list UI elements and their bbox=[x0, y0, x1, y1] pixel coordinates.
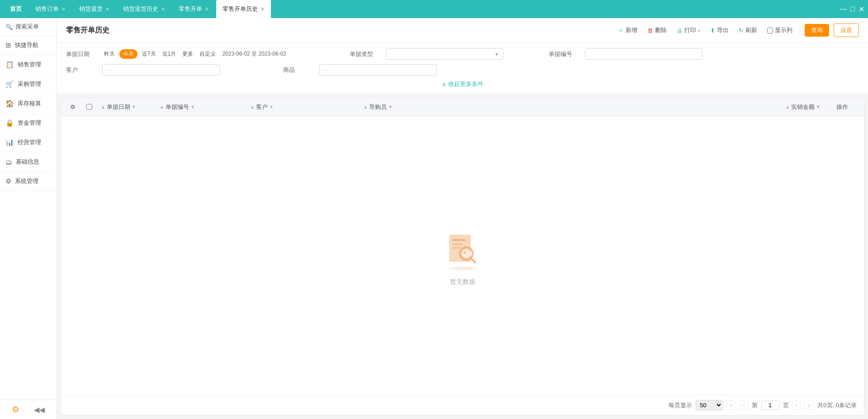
col-customer-label: 客户 bbox=[256, 103, 268, 111]
display-cols-label: 显示列 bbox=[775, 26, 792, 34]
add-button[interactable]: ＋ 新增 bbox=[615, 24, 640, 36]
sidebar-item-finance-label: 资金管理 bbox=[18, 119, 41, 127]
col-customer: ▲ 客户 ▼ bbox=[247, 99, 360, 115]
quick-nav-icon: ⊞ bbox=[5, 41, 11, 49]
last-page-button[interactable]: » bbox=[804, 400, 814, 410]
sidebar-item-quick-nav-label: 快捷导航 bbox=[15, 41, 38, 49]
main-layout: 🔍 搜索采单 ⊞ 快捷导航 📋 销售管理 🛒 采购管理 🏠 库存核算 🔒 资金管… bbox=[0, 18, 868, 419]
shortcut-more[interactable]: 更多 bbox=[180, 49, 195, 59]
tab-sales-order-label: 销售订单 bbox=[35, 5, 59, 13]
tab-home[interactable]: 首页 bbox=[4, 0, 28, 18]
product-filter-select[interactable]: ··· bbox=[319, 64, 437, 75]
sort-num-down-icon[interactable]: ▼ bbox=[190, 104, 195, 109]
pagination-bar: 每页显示 50 10 20 100 « ‹ 第 页 › » 共0页, 0条记录 bbox=[61, 395, 864, 415]
col-date-label: 单据日期 bbox=[107, 103, 130, 111]
next-page-button[interactable]: › bbox=[792, 400, 801, 410]
filter-bar: 单据日期 昨天 今天 近7天 近1月 更多 自定义 2023-06-02 至 2… bbox=[57, 43, 868, 94]
sidebar-item-inventory-label: 库存核算 bbox=[18, 99, 41, 108]
tab-sales-return-label: 销货退货 bbox=[79, 5, 103, 13]
sort-amount-down-icon[interactable]: ▼ bbox=[816, 104, 821, 109]
sort-num-up-icon[interactable]: ▲ bbox=[160, 104, 164, 109]
page-header: 零售开单历史 ＋ 新增 🗑 删除 🖨 打印 ▾ ⬆ 导出 bbox=[57, 18, 868, 43]
sort-cust-up-icon[interactable]: ▲ bbox=[250, 104, 255, 109]
tab-home-label: 首页 bbox=[10, 5, 22, 13]
sidebar-item-basic-info[interactable]: 🗂 基础信息 bbox=[0, 152, 57, 172]
tab-sales-return-history-close[interactable]: ✕ bbox=[161, 6, 165, 12]
collapse-bar[interactable]: ∧ 收起更多条件 bbox=[66, 80, 859, 88]
tab-sales-return-close[interactable]: ✕ bbox=[105, 6, 109, 12]
inventory-icon: 🏠 bbox=[5, 99, 14, 108]
export-icon: ⬆ bbox=[710, 27, 715, 34]
refresh-button[interactable]: ↻ 刷新 bbox=[736, 24, 760, 36]
window-controls: — □ ✕ bbox=[840, 5, 864, 14]
page-title: 零售开单历史 bbox=[66, 26, 109, 35]
sort-guide-up-icon[interactable]: ▲ bbox=[363, 104, 368, 109]
empty-text: 暂无数据 bbox=[450, 278, 475, 286]
sidebar-search[interactable]: 🔍 搜索采单 bbox=[0, 18, 57, 36]
display-cols-checkbox[interactable] bbox=[767, 28, 773, 33]
first-page-button[interactable]: « bbox=[726, 400, 736, 410]
sort-cust-down-icon[interactable]: ▼ bbox=[269, 104, 274, 109]
sidebar-settings-icon[interactable]: ⚙ bbox=[12, 405, 19, 414]
sort-down-icon[interactable]: ▼ bbox=[132, 104, 136, 109]
product-filter-dots: ··· bbox=[324, 66, 329, 73]
sidebar-item-sys-mgmt-label: 系统管理 bbox=[15, 177, 38, 185]
num-filter-input[interactable] bbox=[585, 48, 702, 60]
tab-retail-open-history-close[interactable]: ✕ bbox=[261, 6, 265, 12]
date-shortcuts: 昨天 今天 近7天 近1月 更多 自定义 2023-06-02 至 2023-0… bbox=[102, 49, 286, 59]
print-button[interactable]: 🖨 打印 ▾ bbox=[674, 24, 703, 36]
tab-sales-return[interactable]: 销货退货 ✕ bbox=[73, 0, 116, 18]
col-check[interactable] bbox=[81, 100, 97, 113]
date-filter-label: 单据日期 bbox=[66, 50, 93, 58]
customer-filter-select[interactable]: ··· bbox=[102, 64, 220, 75]
prev-page-button[interactable]: ‹ bbox=[740, 400, 748, 410]
tab-retail-open-history[interactable]: 零售开单历史 ✕ bbox=[216, 0, 271, 18]
shortcut-custom[interactable]: 自定义 bbox=[198, 49, 218, 59]
type-filter-select[interactable]: ▾ bbox=[386, 48, 503, 60]
per-page-select[interactable]: 50 10 20 100 bbox=[696, 400, 723, 410]
tab-sales-order[interactable]: 销售订单 ✕ bbox=[29, 0, 72, 18]
sidebar-item-operations[interactable]: 📊 经营管理 bbox=[0, 133, 57, 152]
sidebar-search-label: 搜索采单 bbox=[15, 23, 39, 31]
col-settings-icon: ⚙ bbox=[70, 104, 76, 110]
shortcut-last-month[interactable]: 近1月 bbox=[161, 49, 178, 59]
window-minimize[interactable]: — bbox=[840, 5, 847, 13]
tab-sales-return-history[interactable]: 销货退货历史 ✕ bbox=[117, 0, 171, 18]
sidebar-item-sales-mgmt[interactable]: 📋 销售管理 bbox=[0, 55, 57, 75]
tab-sales-order-close[interactable]: ✕ bbox=[62, 6, 66, 12]
col-settings[interactable]: ⚙ bbox=[65, 100, 81, 114]
window-close[interactable]: ✕ bbox=[859, 5, 864, 14]
tab-retail-open[interactable]: 零售开单 ✕ bbox=[172, 0, 215, 18]
sidebar-item-sales-mgmt-label: 销售管理 bbox=[18, 61, 41, 69]
settings-label: 设置 bbox=[840, 26, 852, 34]
sort-guide-down-icon[interactable]: ▼ bbox=[388, 104, 393, 109]
query-button[interactable]: 查询 bbox=[805, 24, 829, 37]
shortcut-yesterday[interactable]: 昨天 bbox=[102, 49, 117, 59]
num-filter-label: 单据编号 bbox=[549, 50, 576, 58]
sidebar-item-sys-mgmt[interactable]: ⚙ 系统管理 bbox=[0, 172, 57, 191]
sidebar-item-finance[interactable]: 🔒 资金管理 bbox=[0, 113, 57, 133]
col-guide: ▲ 导购员 ▼ bbox=[360, 99, 441, 115]
customer-filter-dots: ··· bbox=[107, 66, 112, 73]
sidebar-collapse-icon[interactable]: ◀◀ bbox=[34, 405, 45, 414]
settings-button[interactable]: 设置 bbox=[834, 24, 859, 37]
sidebar-item-inventory[interactable]: 🏠 库存核算 bbox=[0, 94, 57, 113]
table-header-row: ⚙ ▲ 单据日期 ▼ ▲ 单据编号 ▼ ▲ 客户 ▼ bbox=[61, 98, 864, 116]
window-maximize[interactable]: □ bbox=[850, 5, 855, 13]
tab-retail-open-history-label: 零售开单历史 bbox=[223, 5, 258, 13]
empty-illustration bbox=[440, 226, 485, 271]
delete-button[interactable]: 🗑 删除 bbox=[645, 24, 669, 36]
display-cols-button[interactable]: 显示列 bbox=[764, 24, 795, 36]
shortcut-last7[interactable]: 近7天 bbox=[140, 49, 158, 59]
svg-point-8 bbox=[464, 251, 466, 254]
sidebar-item-purchase-mgmt[interactable]: 🛒 采购管理 bbox=[0, 75, 57, 94]
sidebar-item-quick-nav[interactable]: ⊞ 快捷导航 bbox=[0, 36, 57, 55]
sort-up-icon[interactable]: ▲ bbox=[101, 104, 105, 109]
query-label: 查询 bbox=[811, 26, 823, 34]
select-all-checkbox[interactable] bbox=[86, 104, 92, 110]
tab-retail-open-close[interactable]: ✕ bbox=[205, 6, 209, 12]
export-button[interactable]: ⬆ 导出 bbox=[707, 24, 731, 36]
page-input[interactable] bbox=[761, 400, 779, 410]
sort-amount-up-icon[interactable]: ▲ bbox=[785, 104, 790, 109]
shortcut-today[interactable]: 今天 bbox=[119, 49, 138, 59]
